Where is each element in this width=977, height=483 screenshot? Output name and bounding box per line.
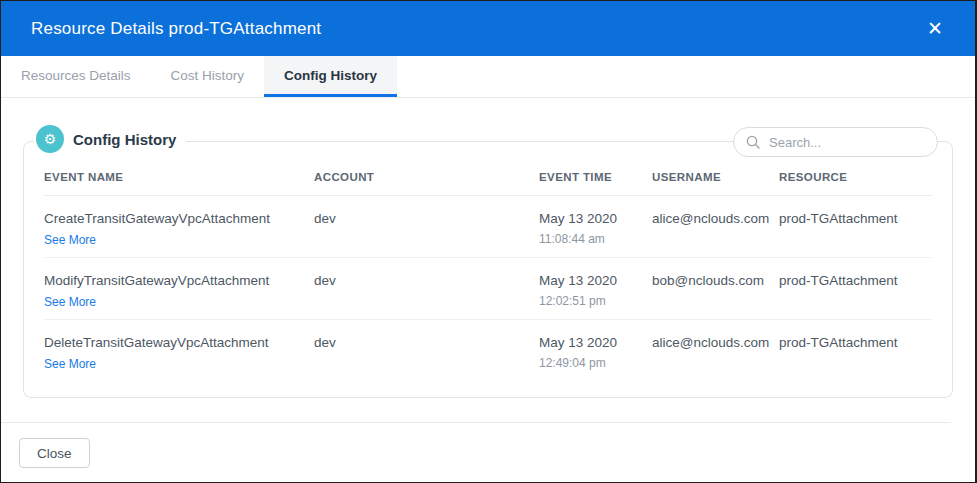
footer-divider xyxy=(1,422,951,423)
see-more-link[interactable]: See More xyxy=(44,233,96,247)
event-time-cell: May 13 2020 11:08:44 am xyxy=(539,196,652,258)
config-history-panel: ⚙ Config History EVENT NAME ACCOUNT EVEN… xyxy=(23,141,953,398)
search-input[interactable] xyxy=(769,135,925,150)
event-time-cell: May 13 2020 12:02:51 pm xyxy=(539,258,652,320)
gear-icon: ⚙ xyxy=(36,125,64,153)
event-name-cell: DeleteTransitGatewayVpcAttachment See Mo… xyxy=(44,320,314,382)
username-cell: bob@nclouds.com xyxy=(652,258,779,320)
table-row: CreateTransitGatewayVpcAttachment See Mo… xyxy=(44,196,932,258)
event-time: 12:49:04 pm xyxy=(539,356,646,370)
search-box[interactable] xyxy=(733,127,938,157)
event-name-cell: CreateTransitGatewayVpcAttachment See Mo… xyxy=(44,196,314,258)
resource-details-modal: Resource Details prod-TGAttachment ✕ Res… xyxy=(0,0,977,483)
modal-header: Resource Details prod-TGAttachment ✕ xyxy=(1,1,975,56)
close-icon[interactable]: ✕ xyxy=(927,19,943,38)
event-name: DeleteTransitGatewayVpcAttachment xyxy=(44,335,308,350)
table-row: DeleteTransitGatewayVpcAttachment See Mo… xyxy=(44,320,932,382)
username-cell: alice@nclouds.com xyxy=(652,196,779,258)
resource-cell: prod-TGAttachment xyxy=(779,258,932,320)
panel-legend: ⚙ Config History xyxy=(34,124,186,154)
panel-title: Config History xyxy=(73,131,176,148)
tab-config-history[interactable]: Config History xyxy=(264,56,397,97)
username-cell: alice@nclouds.com xyxy=(652,320,779,382)
event-time: 12:02:51 pm xyxy=(539,294,646,308)
event-date: May 13 2020 xyxy=(539,211,646,226)
search-icon xyxy=(746,135,760,149)
tab-bar: Resources Details Cost History Config Hi… xyxy=(1,56,975,98)
event-name: CreateTransitGatewayVpcAttachment xyxy=(44,211,308,226)
resource-cell: prod-TGAttachment xyxy=(779,196,932,258)
column-header-account: ACCOUNT xyxy=(314,142,539,196)
column-header-event-time: EVENT TIME xyxy=(539,142,652,196)
table-wrapper: EVENT NAME ACCOUNT EVENT TIME USERNAME R… xyxy=(24,142,952,381)
event-date: May 13 2020 xyxy=(539,273,646,288)
config-history-table: EVENT NAME ACCOUNT EVENT TIME USERNAME R… xyxy=(44,142,932,381)
see-more-link[interactable]: See More xyxy=(44,357,96,371)
event-name-cell: ModifyTransitGatewayVpcAttachment See Mo… xyxy=(44,258,314,320)
see-more-link[interactable]: See More xyxy=(44,295,96,309)
tab-resources-details[interactable]: Resources Details xyxy=(1,56,151,97)
account-cell: dev xyxy=(314,196,539,258)
account-cell: dev xyxy=(314,258,539,320)
resource-cell: prod-TGAttachment xyxy=(779,320,932,382)
event-date: May 13 2020 xyxy=(539,335,646,350)
tab-cost-history[interactable]: Cost History xyxy=(151,56,265,97)
event-name: ModifyTransitGatewayVpcAttachment xyxy=(44,273,308,288)
table-row: ModifyTransitGatewayVpcAttachment See Mo… xyxy=(44,258,932,320)
modal-title: Resource Details prod-TGAttachment xyxy=(31,19,321,39)
event-time-cell: May 13 2020 12:49:04 pm xyxy=(539,320,652,382)
event-time: 11:08:44 am xyxy=(539,232,646,246)
close-button[interactable]: Close xyxy=(19,438,90,468)
account-cell: dev xyxy=(314,320,539,382)
